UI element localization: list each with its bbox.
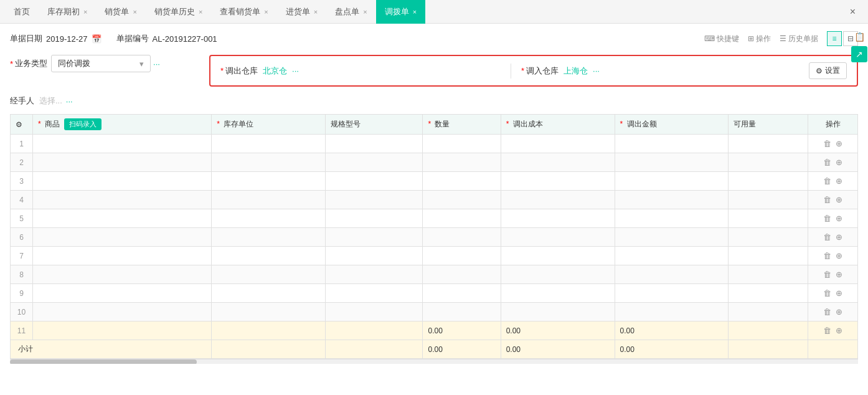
qty-cell-10[interactable] [423,303,501,321]
qty-cell-7[interactable] [423,247,501,265]
goods-cell-9[interactable] [33,284,212,303]
cost-cell-6[interactable] [501,228,615,247]
spec-cell-10[interactable] [326,303,423,321]
copy-btn-10[interactable]: ⊕ [834,306,844,318]
qty-cell-1[interactable] [423,135,501,153]
delete-btn-7[interactable]: 🗑 [822,250,833,262]
unit-cell-7[interactable] [212,247,326,265]
goods-cell-3[interactable] [33,172,212,191]
cost-cell-7[interactable] [501,247,615,265]
tab-transfer[interactable]: 调拨单 × [376,0,425,24]
qty-cell-2[interactable] [423,153,501,172]
cost-cell-5[interactable] [501,209,615,228]
shortcut-action[interactable]: ⌨ 快捷键 [704,34,739,44]
tab-sales-order-close[interactable]: × [133,8,136,16]
delete-btn-1[interactable]: 🗑 [822,138,833,150]
amount-cell-7[interactable] [615,247,729,265]
qty-cell-9[interactable] [423,284,501,303]
sidebar-note-icon[interactable]: 📋 [851,29,867,45]
cost-cell-3[interactable] [501,172,615,191]
delete-btn-2[interactable]: 🗑 [822,156,833,168]
amount-cell-2[interactable] [615,153,729,172]
person-more[interactable]: ··· [66,97,73,106]
delete-btn-11[interactable]: 🗑 [822,325,833,336]
qty-cell-3[interactable] [423,172,501,191]
tab-purchase-close[interactable]: × [314,8,318,16]
copy-btn-11[interactable]: ⊕ [834,325,844,336]
biz-type-more[interactable]: ··· [153,59,160,69]
copy-btn-7[interactable]: ⊕ [834,250,844,262]
horizontal-scrollbar[interactable] [10,359,858,364]
spec-cell-3[interactable] [326,172,423,191]
goods-cell-6[interactable] [33,228,212,247]
amount-cell-10[interactable] [615,303,729,321]
operation-action[interactable]: ⊞ 操作 [748,34,771,44]
delete-btn-6[interactable]: 🗑 [822,231,833,243]
unit-cell-5[interactable] [212,209,326,228]
unit-cell-4[interactable] [212,191,326,209]
delete-btn-9[interactable]: 🗑 [822,287,833,299]
spec-cell-1[interactable] [326,135,423,153]
spec-cell-2[interactable] [326,153,423,172]
goods-cell-8[interactable] [33,265,212,284]
cost-cell-1[interactable] [501,135,615,153]
goods-cell-4[interactable] [33,191,212,209]
delete-btn-8[interactable]: 🗑 [822,269,833,280]
unit-cell-8[interactable] [212,265,326,284]
amount-cell-8[interactable] [615,265,729,284]
unit-cell-10[interactable] [212,303,326,321]
copy-btn-4[interactable]: ⊕ [834,194,844,206]
in-warehouse-more[interactable]: ··· [593,66,600,75]
tab-view-sales[interactable]: 查看销货单 × [211,0,276,24]
unit-cell-3[interactable] [212,172,326,191]
tab-inventory[interactable]: 盘点单 × [326,0,375,24]
biz-type-select[interactable]: 同价调拨 ▾ [51,55,151,72]
cost-cell-9[interactable] [501,284,615,303]
out-warehouse-more[interactable]: ··· [292,66,299,75]
goods-cell-2[interactable] [33,153,212,172]
tab-inventory-init[interactable]: 库存期初 × [39,0,96,24]
goods-cell-10[interactable] [33,303,212,321]
tab-sales-history-close[interactable]: × [199,8,202,16]
copy-btn-1[interactable]: ⊕ [834,138,844,150]
amount-cell-4[interactable] [615,191,729,209]
spec-cell-5[interactable] [326,209,423,228]
scroll-thumb[interactable] [10,359,197,364]
settings-icon[interactable]: ⚙ [16,120,22,129]
tab-sales-order[interactable]: 销货单 × [96,0,145,24]
spec-cell-4[interactable] [326,191,423,209]
copy-btn-6[interactable]: ⊕ [834,231,844,243]
unit-cell-1[interactable] [212,135,326,153]
tab-transfer-close[interactable]: × [413,8,417,16]
tab-sales-history[interactable]: 销货单历史 × [146,0,211,24]
cost-cell-10[interactable] [501,303,615,321]
close-window-button[interactable]: × [842,6,863,17]
tab-view-sales-close[interactable]: × [264,8,268,16]
tab-home[interactable]: 首页 [5,0,39,24]
list-view-button[interactable]: ≡ [827,31,842,46]
qty-cell-8[interactable] [423,265,501,284]
spec-cell-6[interactable] [326,228,423,247]
warehouse-settings-button[interactable]: ⚙ 设置 [809,62,847,79]
spec-cell-8[interactable] [326,265,423,284]
history-action[interactable]: ☰ 历史单据 [780,34,818,44]
qty-cell-4[interactable] [423,191,501,209]
copy-btn-2[interactable]: ⊕ [834,156,844,168]
sidebar-expand-icon[interactable]: ↗ [851,46,867,62]
goods-cell-7[interactable] [33,247,212,265]
amount-cell-3[interactable] [615,172,729,191]
spec-cell-9[interactable] [326,284,423,303]
unit-cell-2[interactable] [212,153,326,172]
amount-cell-1[interactable] [615,135,729,153]
copy-btn-9[interactable]: ⊕ [834,287,844,299]
tab-inventory-close[interactable]: × [363,8,367,16]
qty-cell-6[interactable] [423,228,501,247]
cost-cell-4[interactable] [501,191,615,209]
spec-cell-7[interactable] [326,247,423,265]
tab-purchase[interactable]: 进货单 × [277,0,326,24]
unit-cell-9[interactable] [212,284,326,303]
goods-cell-5[interactable] [33,209,212,228]
tab-inventory-init-close[interactable]: × [83,8,87,16]
copy-btn-5[interactable]: ⊕ [834,212,844,224]
qty-cell-5[interactable] [423,209,501,228]
